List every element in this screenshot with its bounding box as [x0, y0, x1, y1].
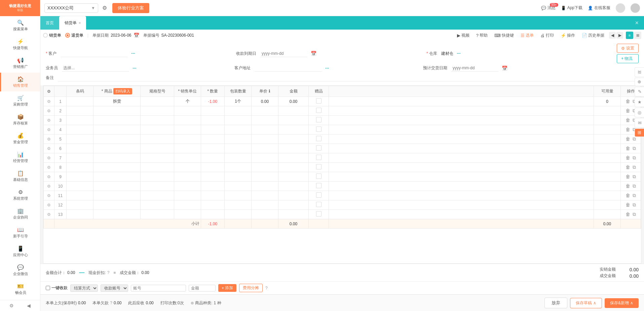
tab-sales-order[interactable]: 销货单 × [59, 16, 86, 30]
cell-gift-6[interactable] [309, 153, 329, 163]
company-selector[interactable]: XXXXXX公司 ▼ [44, 3, 98, 13]
cell-price-6[interactable] [252, 153, 278, 163]
cell-pkg-1[interactable] [225, 106, 252, 116]
cell-price-4[interactable] [252, 134, 278, 144]
copy-row-icon-6[interactable]: ⧉ [632, 155, 637, 160]
cell-barcode-4[interactable] [67, 134, 93, 144]
warehouse-dots[interactable]: ··· [457, 51, 461, 56]
gift-checkbox-6[interactable] [316, 155, 321, 160]
cell-unit-5[interactable] [174, 144, 201, 153]
cell-price-9[interactable] [252, 182, 278, 191]
customer-input[interactable] [61, 50, 128, 57]
sidebar-item-marketing[interactable]: 📢 营销推广 [0, 54, 40, 73]
cell-unit-8[interactable] [174, 172, 201, 182]
cell-unit-2[interactable] [174, 116, 201, 125]
cell-unit-6[interactable] [174, 153, 201, 163]
float-btn-2[interactable]: ⊕ [635, 78, 644, 86]
cell-barcode-1[interactable] [67, 106, 93, 116]
cell-price-11[interactable] [252, 200, 278, 210]
cell-qty-6[interactable] [201, 153, 225, 163]
sidebar-item-enterprise[interactable]: 🏢 企业协同 [0, 204, 40, 223]
cell-product-4[interactable] [93, 134, 141, 144]
float-btn-7[interactable]: ⊞ [635, 128, 644, 137]
float-btn-1[interactable]: Itl [635, 67, 644, 77]
cell-pkg-7[interactable] [225, 163, 252, 172]
note-input[interactable] [58, 74, 639, 81]
sidebar-item-wechat[interactable]: 💬 企业微信 [0, 261, 40, 280]
cell-gift-10[interactable] [309, 191, 329, 200]
copy-row-icon-8[interactable]: ⧉ [632, 174, 637, 179]
cell-spec-5[interactable] [141, 144, 174, 153]
sidebar-item-search[interactable]: 🔍 搜索菜单 [0, 16, 40, 35]
cell-spec-8[interactable] [141, 172, 174, 182]
delete-row-icon-1[interactable]: 🗑 [625, 108, 631, 113]
cell-product-6[interactable] [93, 153, 141, 163]
radio-return[interactable]: 退货单 [65, 33, 83, 38]
cell-barcode-0[interactable] [67, 97, 93, 106]
cell-pkg-5[interactable] [225, 144, 252, 153]
cell-price-7[interactable] [252, 163, 278, 172]
expected-date-input[interactable] [451, 65, 498, 72]
cell-qty-0[interactable]: -1.00 [201, 97, 225, 106]
cell-gift-3[interactable] [309, 125, 329, 134]
company-settings-icon[interactable]: ⚙ [101, 3, 108, 12]
cell-pkg-4[interactable] [225, 134, 252, 144]
user-avatar2[interactable] [631, 3, 640, 13]
discard-button[interactable]: 放弃 [544, 298, 567, 308]
trial-button[interactable]: 体验行业方案 [112, 3, 149, 13]
cell-qty-5[interactable] [201, 144, 225, 153]
copy-row-icon-5[interactable]: ⧉ [632, 146, 637, 151]
cell-spec-11[interactable] [141, 200, 174, 210]
delete-row-icon-11[interactable]: 🗑 [625, 202, 631, 207]
cell-spec-4[interactable] [141, 134, 174, 144]
tab-close-icon[interactable]: × [79, 21, 81, 25]
scan-button[interactable]: 扫码录入 [113, 88, 132, 94]
delete-row-icon-8[interactable]: 🗑 [625, 174, 631, 179]
cell-unit-7[interactable] [174, 163, 201, 172]
copy-row-icon-7[interactable]: ⧉ [632, 164, 637, 170]
cell-spec-6[interactable] [141, 153, 174, 163]
cell-qty-10[interactable] [201, 191, 225, 200]
sidebar-item-sales[interactable]: 🏠 销售管理 [0, 73, 40, 91]
cell-qty-2[interactable] [201, 116, 225, 125]
settings-btn[interactable]: ⚙ 设置 [617, 44, 639, 53]
cell-spec-3[interactable] [141, 125, 174, 134]
cell-amount-0[interactable]: 0.00 [278, 97, 309, 106]
sidebar-item-member[interactable]: 🎫 畅会员 [0, 280, 40, 299]
add-payment-btn[interactable]: + 添加 [218, 284, 236, 292]
cell-amount-4[interactable] [278, 134, 309, 144]
delete-row-icon-6[interactable]: 🗑 [625, 155, 631, 160]
cell-pkg-11[interactable] [225, 200, 252, 210]
account-no-input[interactable] [131, 285, 186, 291]
cell-product-3[interactable] [93, 125, 141, 134]
user-avatar[interactable] [616, 3, 625, 13]
cell-gift-5[interactable] [309, 144, 329, 153]
cell-gift-12[interactable] [309, 210, 329, 219]
cell-pkg-0[interactable]: 1个 [225, 97, 252, 106]
gift-checkbox-0[interactable] [316, 98, 321, 104]
delete-row-icon-3[interactable]: 🗑 [625, 127, 631, 132]
message-item[interactable]: 💬 消息 99+ [541, 5, 556, 11]
delete-row-icon-2[interactable]: 🗑 [625, 117, 631, 123]
copy-row-icon-4[interactable]: ⧉ [632, 136, 637, 142]
gift-checkbox-12[interactable] [316, 211, 321, 217]
account-select[interactable]: 收款账号 [101, 284, 128, 292]
cell-spec-9[interactable] [141, 182, 174, 191]
cell-gift-0[interactable] [309, 97, 329, 106]
amount-input[interactable] [189, 285, 216, 291]
cell-pkg-12[interactable] [225, 210, 252, 219]
copy-row-icon-10[interactable]: ⧉ [632, 193, 637, 198]
cell-product-1[interactable] [93, 106, 141, 116]
cell-unit-0[interactable]: 个 [174, 97, 201, 106]
collapse-icon[interactable]: ◀ [27, 303, 31, 308]
cell-gift-2[interactable] [309, 116, 329, 125]
copy-row-icon-11[interactable]: ⧉ [632, 202, 637, 207]
cell-gift-8[interactable] [309, 172, 329, 182]
cell-amount-8[interactable] [278, 172, 309, 182]
prev-arrow[interactable]: ◀ [609, 32, 616, 39]
toolbar-history[interactable]: 📄 历史单据 [580, 32, 606, 39]
cell-amount-1[interactable] [278, 106, 309, 116]
cell-spec-7[interactable] [141, 163, 174, 172]
customer-dots[interactable]: ··· [131, 51, 135, 56]
gift-checkbox-5[interactable] [316, 145, 321, 151]
